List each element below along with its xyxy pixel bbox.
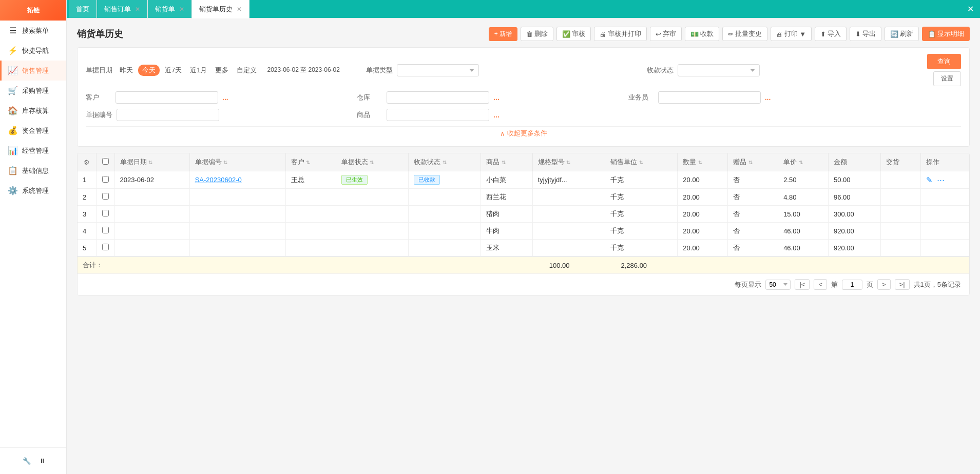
tab-sales-order-label: 销售订单 bbox=[104, 0, 131, 18]
doc-no-input[interactable] bbox=[117, 109, 219, 121]
batch-change-button[interactable]: ✏ 批量变更 bbox=[722, 27, 767, 41]
col-doc-date[interactable]: 单据日期 ⇅ bbox=[114, 153, 189, 171]
tab-home[interactable]: 首页 bbox=[69, 0, 97, 18]
edit-icon[interactable]: ✎ bbox=[926, 175, 933, 185]
sidebar-item-operations-mgmt[interactable]: 📊 经营管理 bbox=[0, 141, 66, 161]
show-detail-button[interactable]: 📋 显示明细 bbox=[922, 27, 970, 41]
col-goods[interactable]: 商品 ⇅ bbox=[481, 153, 532, 171]
page-input[interactable] bbox=[842, 280, 862, 290]
sidebar: 拓链 ☰ 搜索菜单 ⚡ 快捷导航 📈 销售管理 🛒 采购管理 🏠 库存核算 💰 … bbox=[0, 0, 67, 474]
table-settings-icon[interactable]: ⚙ bbox=[84, 159, 90, 166]
sidebar-item-search-menu[interactable]: ☰ 搜索菜单 bbox=[0, 21, 66, 41]
col-gift[interactable]: 赠品 ⇅ bbox=[728, 153, 778, 171]
tab-sales-order-close[interactable]: ✕ bbox=[135, 0, 140, 18]
page-first-btn[interactable]: |< bbox=[795, 279, 810, 290]
import-button[interactable]: ⬆ 导入 bbox=[815, 27, 847, 41]
goods-dots-btn[interactable]: ... bbox=[493, 111, 499, 119]
print-button[interactable]: 🖨 打印 ▼ bbox=[771, 27, 812, 41]
filter-group-customer: 客户 ... bbox=[86, 91, 349, 104]
export-button[interactable]: ⬇ 导出 bbox=[850, 27, 881, 41]
filter-group-payment-status: 收款状态 bbox=[647, 64, 919, 76]
col-spec[interactable]: 规格型号 ⇅ bbox=[532, 153, 605, 171]
cell-payment-status bbox=[409, 189, 481, 206]
warehouse-dots-btn[interactable]: ... bbox=[493, 93, 499, 102]
query-button[interactable]: 查询 bbox=[927, 54, 961, 69]
cell-doc-no: SA-20230602-0 bbox=[189, 171, 285, 189]
collapse-btn[interactable]: ∧ 收起更多条件 bbox=[86, 126, 961, 140]
operations-mgmt-icon: 📊 bbox=[8, 146, 18, 155]
col-sales-unit[interactable]: 销售单位 ⇅ bbox=[605, 153, 677, 171]
settings-icon[interactable]: 🔧 bbox=[23, 457, 31, 465]
doc-status-badge: 已生效 bbox=[341, 175, 368, 185]
col-unit-price[interactable]: 单价 ⇅ bbox=[778, 153, 829, 171]
more-icon[interactable]: ⋯ bbox=[937, 175, 945, 185]
date-btn-1month[interactable]: 近1月 bbox=[187, 65, 210, 76]
tab-delivery-close[interactable]: ✕ bbox=[179, 0, 184, 18]
doc-type-select[interactable] bbox=[397, 64, 479, 76]
table-footer-values: 100.00 2,286.00 bbox=[124, 262, 964, 269]
payment-status-select[interactable] bbox=[678, 64, 760, 76]
select-all-checkbox[interactable] bbox=[102, 158, 109, 165]
goods-input[interactable] bbox=[387, 109, 489, 121]
cell-checkbox[interactable] bbox=[96, 189, 114, 206]
settings-button[interactable]: 设置 bbox=[933, 71, 961, 86]
page-next-btn[interactable]: > bbox=[877, 279, 891, 290]
page-content: 销货单历史 + 新增 🗑 删除 ✅ 审核 🖨 审核并打印 ↩ 弃审 bbox=[67, 18, 980, 474]
row-checkbox[interactable] bbox=[102, 176, 109, 183]
date-btn-custom[interactable]: 自定义 bbox=[234, 65, 260, 76]
cell-doc-date bbox=[114, 223, 189, 240]
col-settings[interactable]: ⚙ bbox=[78, 153, 96, 171]
tab-delivery[interactable]: 销货单 ✕ bbox=[148, 0, 192, 18]
sidebar-item-quick-nav[interactable]: ⚡ 快捷导航 bbox=[0, 41, 66, 61]
customer-dots-btn[interactable]: ... bbox=[222, 93, 228, 102]
cell-doc-status: 已生效 bbox=[336, 171, 408, 189]
tab-delivery-history-close[interactable]: ✕ bbox=[237, 0, 242, 18]
customer-input[interactable] bbox=[116, 91, 218, 104]
col-doc-status[interactable]: 单据状态 ⇅ bbox=[336, 153, 408, 171]
cell-checkbox[interactable] bbox=[96, 240, 114, 256]
cell-checkbox[interactable] bbox=[96, 171, 114, 189]
col-customer[interactable]: 客户 ⇅ bbox=[285, 153, 336, 171]
salesperson-input[interactable] bbox=[658, 91, 761, 104]
cell-doc-no bbox=[189, 206, 285, 223]
sidebar-item-purchase-mgmt[interactable]: 🛒 采购管理 bbox=[0, 81, 66, 101]
doc-no-link[interactable]: SA-20230602-0 bbox=[195, 176, 242, 184]
date-btn-more[interactable]: 更多 bbox=[212, 65, 232, 76]
row-checkbox[interactable] bbox=[102, 227, 109, 233]
payment-status-badge: 已收款 bbox=[414, 175, 440, 185]
delete-button[interactable]: 🗑 删除 bbox=[521, 27, 553, 41]
col-checkbox[interactable] bbox=[96, 153, 114, 171]
sidebar-item-inventory[interactable]: 🏠 库存核算 bbox=[0, 101, 66, 121]
new-button[interactable]: + 新增 bbox=[489, 27, 517, 41]
tab-bar-close-btn[interactable]: ✕ bbox=[961, 4, 980, 14]
col-payment-status[interactable]: 收款状态 ⇅ bbox=[409, 153, 481, 171]
tab-delivery-history[interactable]: 销货单历史 ✕ bbox=[192, 0, 249, 18]
salesperson-dots-btn[interactable]: ... bbox=[765, 93, 771, 102]
row-checkbox[interactable] bbox=[102, 210, 109, 216]
date-btn-7days[interactable]: 近7天 bbox=[162, 65, 185, 76]
page-prev-btn[interactable]: < bbox=[814, 279, 827, 290]
col-qty[interactable]: 数量 ⇅ bbox=[678, 153, 728, 171]
tab-sales-order[interactable]: 销售订单 ✕ bbox=[97, 0, 148, 18]
refresh-button[interactable]: 🔄 刷新 bbox=[885, 27, 919, 41]
warehouse-input[interactable] bbox=[387, 91, 489, 104]
collect-button[interactable]: 💵 收款 bbox=[685, 27, 719, 41]
row-checkbox[interactable] bbox=[102, 193, 109, 200]
sidebar-item-system-mgmt[interactable]: ⚙️ 系统管理 bbox=[0, 181, 66, 201]
row-checkbox[interactable] bbox=[102, 244, 109, 250]
cell-checkbox[interactable] bbox=[96, 206, 114, 223]
col-doc-no[interactable]: 单据编号 ⇅ bbox=[189, 153, 285, 171]
per-page-select[interactable]: 50 100 200 bbox=[765, 280, 791, 290]
sidebar-bottom-actions[interactable]: 🔧 ⏸ bbox=[0, 452, 66, 470]
pause-icon[interactable]: ⏸ bbox=[39, 457, 46, 465]
date-btn-yesterday[interactable]: 昨天 bbox=[117, 65, 136, 76]
audit-button[interactable]: ✅ 审核 bbox=[556, 27, 591, 41]
audit-print-button[interactable]: 🖨 审核并打印 bbox=[594, 27, 647, 41]
page-last-btn[interactable]: >| bbox=[895, 279, 910, 290]
sidebar-item-sales-mgmt[interactable]: 📈 销售管理 bbox=[0, 61, 66, 81]
sidebar-item-finance-mgmt[interactable]: 💰 资金管理 bbox=[0, 121, 66, 141]
cell-checkbox[interactable] bbox=[96, 223, 114, 240]
sidebar-item-basic-info[interactable]: 📋 基础信息 bbox=[0, 161, 66, 181]
date-btn-today[interactable]: 今天 bbox=[138, 65, 160, 76]
abandon-button[interactable]: ↩ 弃审 bbox=[650, 27, 682, 41]
